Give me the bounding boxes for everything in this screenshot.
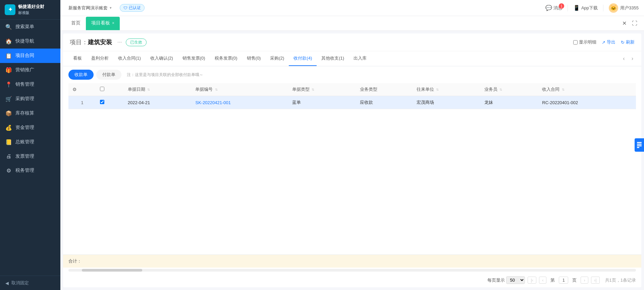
th-contract[interactable]: 收入合同 ⇅ [538,83,636,96]
th-number[interactable]: 单据编号 ⇅ [191,83,288,96]
subtab-tax-invoice[interactable]: 税务发票(0) [210,51,242,66]
sidebar-item-ledger[interactable]: 📒 总账管理 [0,135,60,149]
user-name: 用户3355 [620,5,639,11]
refresh-label: 刷新 [626,39,635,45]
sidebar-item-label: 总账管理 [15,139,34,145]
subtab-income-confirm[interactable]: 收入确认(2) [146,51,178,66]
filter-note: 注：这里是与项目关联的全部收付款单哦～ [127,72,203,78]
topbar-left: 新服务官网演示账套 ▾ 🛡 已认证 [66,4,545,12]
show-detail-checkbox[interactable]: 显示明细 [573,39,596,45]
total-label: 合计： [68,259,82,264]
subtab-sales[interactable]: 销售(0) [242,51,266,66]
sidebar-item-quicknav[interactable]: 🏠 快捷导航 [0,34,60,49]
sidebar-item-contract[interactable]: 📋 项目合同 [0,49,60,63]
row-number-link[interactable]: SK-20220421-001 [195,100,231,105]
horizontal-scrollbar-track[interactable] [68,269,636,272]
tabbar-actions: ✕ ⛶ [621,19,639,28]
subtab-income-contract-label: 收入合同(1) [118,56,141,61]
refresh-button[interactable]: ↻ 刷新 [621,39,635,45]
capital-icon: 💰 [5,125,12,131]
row-salesperson: 龙妹 [480,96,538,109]
tab-project-board[interactable]: 项目看板 × [86,17,120,30]
th-type[interactable]: 单据类型 ⇅ [288,83,356,96]
app-name: 畅捷通好业财 [18,4,44,10]
unpin-sidebar-button[interactable]: ◀ 取消固定 [0,276,60,290]
subtab-other[interactable]: 其他收支(1) [317,51,349,66]
th-salesperson[interactable]: 业务员 ⇅ [480,83,538,96]
home-icon: 🏠 [5,38,12,45]
table-wrap: ⚙ 单据日期 ⇅ 单据编号 ⇅ [63,83,641,255]
per-page-label: 每页显示 [487,277,505,283]
tab-home[interactable]: 首页 [66,17,86,30]
subtab-payment[interactable]: 收付款(4) [289,51,317,66]
project-more-button[interactable]: ··· [117,39,122,45]
tab-project-board-label: 项目看板 [91,20,110,26]
user-menu[interactable]: 🐱 用户3355 [609,3,639,13]
sort-type-icon: ⇅ [312,88,314,91]
sales-icon: 📍 [5,81,12,88]
subtab-purchase[interactable]: 采购(2) [265,51,289,66]
last-page-button[interactable]: ›| [591,277,600,284]
app-download-button[interactable]: 📱 App下载 [573,5,598,11]
maximize-window-button[interactable]: ⛶ [631,19,639,28]
show-detail-input[interactable] [573,40,578,45]
sidebar-item-label: 发票管理 [15,153,34,159]
close-tab-icon[interactable]: × [112,21,114,25]
subtabs-prev-button[interactable]: ‹ [620,54,627,63]
per-page-select[interactable]: 50 10 20 100 [506,276,525,284]
account-selector[interactable]: 新服务官网演示账套 ▾ [66,4,114,12]
export-button[interactable]: ↗ 导出 [602,39,615,45]
subtab-payment-label: 收付款(4) [293,56,312,61]
project-header: 项目：建筑安装 ··· 已生效 显示明细 ↗ 导出 ↻ 刷新 [63,33,641,51]
select-all-checkbox[interactable] [100,87,104,91]
receipt-filter-button[interactable]: 收款单 [68,70,94,80]
sidebar-item-label: 销售管理 [15,81,34,87]
subfilter: 收款单 付款单 注：这里是与项目关联的全部收付款单哦～ [63,66,641,83]
th-settings: ⚙ [68,83,96,96]
th-partner-label: 往来单位 [417,87,434,92]
next-page-button[interactable]: › [581,277,588,284]
column-settings-button[interactable]: ⚙ [72,87,77,92]
message-badge: 1 [559,3,564,9]
prev-page-button[interactable]: ‹ [539,277,546,284]
subtab-sales-invoice[interactable]: 销售发票(0) [178,51,210,66]
first-page-button[interactable]: |‹ [528,277,536,284]
messages-button[interactable]: 💬 消息 1 [545,5,562,11]
sidebar-item-label: 项目合同 [15,53,34,59]
right-float-feedback-button[interactable] [635,138,644,152]
payment-filter-button[interactable]: 付款单 [96,70,121,80]
sidebar-item-sales[interactable]: 📍 销售管理 [0,77,60,92]
sidebar-item-label: 快捷导航 [15,38,34,44]
sidebar-item-inventory[interactable]: 📦 库存核算 [0,106,60,121]
th-partner[interactable]: 往来单位 ⇅ [413,83,480,96]
subtab-tax-invoice-label: 税务发票(0) [215,56,237,61]
subtab-kanban-label: 看板 [73,56,82,61]
close-window-button[interactable]: ✕ [621,19,628,28]
subtab-profit[interactable]: 盈利分析 [87,51,113,66]
table-row[interactable]: 1 2022-04-21 SK-20220421-001 蓝单 应收款 宏茂商场 [68,96,636,109]
th-salesperson-label: 业务员 [484,87,497,92]
sidebar-item-invoice[interactable]: 🖨 发票管理 [0,149,60,163]
row-checkbox[interactable] [100,100,104,104]
row-contract: RC-20220401-002 [538,96,636,109]
subtab-kanban[interactable]: 看板 [68,51,87,66]
sidebar-item-marketing[interactable]: 🎁 营销推广 [0,63,60,77]
subtab-storage[interactable]: 出入库 [349,51,371,66]
sidebar-item-capital[interactable]: 💰 资金管理 [0,121,60,135]
th-checkbox [96,83,123,96]
row-number[interactable]: SK-20220421-001 [191,96,288,109]
avatar: 🐱 [609,3,618,13]
sidebar-item-search[interactable]: 🔍 搜索菜单 [0,20,60,34]
sidebar-item-purchase[interactable]: 🛒 采购管理 [0,92,60,106]
th-date[interactable]: 单据日期 ⇅ [124,83,192,96]
subtab-income-contract[interactable]: 收入合同(1) [113,51,146,66]
sidebar-item-tax[interactable]: ⚙ 税务管理 [0,163,60,178]
page-size-selector[interactable]: 每页显示 50 10 20 100 [487,276,525,284]
app-logo-icon: ✦ [5,4,15,15]
total-info: 共1页，1条记录 [605,277,636,283]
ledger-icon: 📒 [5,139,12,145]
subtabs-next-button[interactable]: › [629,54,636,63]
horizontal-scrollbar-thumb[interactable] [82,269,142,272]
unpin-icon: ◀ [5,281,9,286]
pagination: 每页显示 50 10 20 100 |‹ ‹ 第 1 页 › ›| 共1页，1条… [63,273,641,287]
